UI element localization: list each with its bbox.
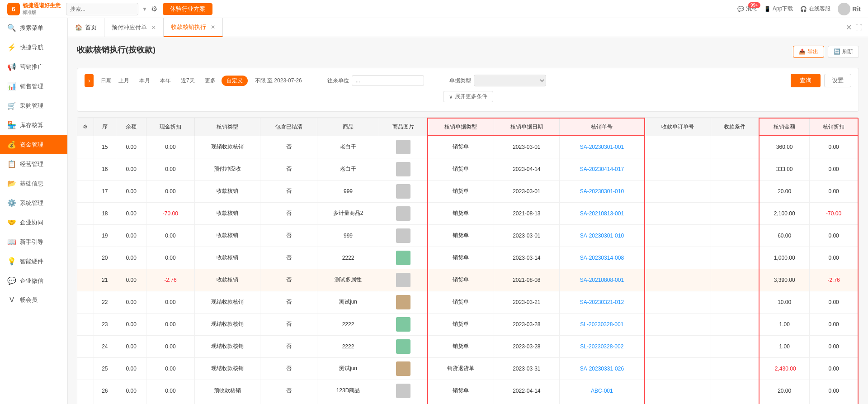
td-cancel-type: 收款核销 (194, 269, 260, 291)
td-cancel-discount: 0.00 (810, 335, 858, 357)
sidebar-item-6[interactable]: 💰资金管理 (0, 135, 67, 154)
sidebar-item-0[interactable]: 🔍搜索菜单 (0, 18, 67, 38)
service-icon: 🎧 (800, 6, 807, 12)
td-goods-img (379, 313, 427, 335)
top-bar: 6 畅捷通谱好生意 标准版 ▼ ⚙ 休验行业方案 💬 消息 99+ 📱 App下… (0, 0, 868, 18)
td-cancel-amount: 10.00 (759, 291, 810, 313)
td-include-settled: 否 (260, 380, 317, 402)
industry-button[interactable]: 休验行业方案 (163, 3, 212, 15)
td-goods: 多计量商品2 (317, 202, 379, 224)
cancel-doc-no-link[interactable]: SA-20230321-012 (580, 299, 624, 305)
date-btn-more[interactable]: 更多 (201, 76, 220, 86)
date-btn-last-month[interactable]: 上月 (114, 76, 133, 86)
td-seq: 25 (94, 357, 116, 380)
date-btn-7days[interactable]: 近7天 (177, 76, 199, 86)
td-cancel-doc-date: 2021-08-13 (494, 202, 560, 224)
tab-close-all-icon[interactable]: ✕ (846, 23, 852, 32)
goods-thumbnail (396, 339, 410, 354)
td-cancel-discount: 0.00 (810, 180, 858, 202)
cancel-doc-no-link[interactable]: SA-20210813-001 (580, 210, 624, 217)
tab-expand-icon[interactable]: ⛶ (855, 24, 863, 32)
tab-receipt-cancel-close-icon[interactable]: ✕ (211, 24, 215, 30)
cancel-doc-no-link[interactable]: SL-20230328-002 (580, 343, 623, 350)
cancel-doc-no-link[interactable]: SA-20230301-010 (580, 233, 624, 239)
td-cancel-doc-type: 销货单 (428, 313, 494, 335)
th-include-settled: 包含已结清 (260, 118, 317, 136)
tab-prepay-label: 预付冲应付单 (112, 24, 147, 32)
filter-collapse-button[interactable]: › (85, 74, 94, 87)
table-row: 23 0.00 0.00 现结收款核销 否 2222 销货单 2023-03-2… (77, 313, 858, 335)
tab-prepay-close-icon[interactable]: ✕ (151, 24, 156, 31)
td-cancel-discount: 0.00 (810, 224, 858, 247)
sidebar-item-11[interactable]: 📖新手引导 (0, 232, 67, 252)
online-service-button[interactable]: 🎧 在线客服 (800, 5, 830, 13)
th-cancel-type: 核销类型 (194, 118, 260, 136)
sidebar-item-10[interactable]: 🤝企业协同 (0, 213, 67, 232)
goods-thumbnail (396, 162, 410, 176)
expand-more-conditions-button[interactable]: ∨ 展开更多条件 (443, 91, 493, 102)
sidebar-item-2[interactable]: 📢营销推广 (0, 57, 67, 76)
td-cancel-doc-type: 销货单 (428, 291, 494, 313)
app-download-button[interactable]: 📱 App下载 (764, 5, 793, 13)
sidebar-item-13[interactable]: 💬企业微信 (0, 271, 67, 290)
cancel-doc-no-link[interactable]: SA-20230314-008 (580, 255, 624, 261)
settings-button[interactable]: 设置 (824, 74, 851, 87)
td-receipt-condition (711, 357, 759, 380)
expand-icon: ∨ (449, 94, 453, 100)
top-search-input[interactable] (66, 3, 138, 15)
gear-icon[interactable]: ⚙ (83, 124, 88, 130)
sidebar-item-8[interactable]: 📂基础信息 (0, 174, 67, 193)
dropdown-arrow-icon[interactable]: ▼ (142, 6, 147, 12)
doctype-select[interactable] (474, 75, 546, 86)
sidebar-item-3[interactable]: 📊销售管理 (0, 76, 67, 96)
td-goods: 测试jun (317, 357, 379, 380)
td-balance: 0.00 (116, 269, 146, 291)
sidebar-item-14[interactable]: V畅会员 (0, 290, 67, 309)
tab-prepay[interactable]: 预付冲应付单 ✕ (104, 18, 164, 37)
sidebar-item-7[interactable]: 📋经营管理 (0, 154, 67, 174)
counterpart-input[interactable] (352, 75, 424, 86)
td-cancel-discount: 0.00 (810, 158, 858, 180)
query-button[interactable]: 查询 (791, 74, 821, 87)
sidebar-label-2: 营销推广 (20, 63, 43, 71)
cancel-doc-no-link[interactable]: SA-20230414-017 (580, 166, 624, 172)
user-area[interactable]: Rit (838, 3, 861, 15)
cancel-doc-no-link[interactable]: ABC-001 (591, 388, 613, 394)
sidebar-icon-4: 🛒 (7, 101, 16, 110)
cancel-doc-no-link[interactable]: SA-20230331-026 (580, 366, 624, 372)
sidebar-label-9: 系统管理 (20, 199, 43, 207)
td-goods: 老白干 (317, 158, 379, 180)
td-cash-discount: 0.00 (146, 224, 194, 247)
sidebar-item-4[interactable]: 🛒采购管理 (0, 96, 67, 115)
date-range-display: 不限 至 2023-07-26 (255, 77, 302, 85)
cancel-doc-no-link[interactable]: SA-20210808-001 (580, 277, 624, 283)
sidebar-item-5[interactable]: 🏪库存核算 (0, 115, 67, 135)
sidebar-item-1[interactable]: ⚡快捷导航 (0, 38, 67, 57)
sidebar-icon-9: ⚙️ (7, 199, 16, 207)
sidebar-item-9[interactable]: ⚙️系统管理 (0, 193, 67, 213)
sidebar-item-12[interactable]: 💡智能硬件 (0, 252, 67, 271)
app-title: 畅捷通谱好生意 (23, 2, 61, 10)
cancel-doc-no-link[interactable]: SA-20230301-010 (580, 188, 624, 195)
td-gear (77, 335, 94, 357)
settings-gear-icon[interactable]: ⚙ (151, 5, 157, 13)
date-btn-this-year[interactable]: 本年 (156, 76, 175, 86)
refresh-button[interactable]: 🔄 刷新 (828, 46, 859, 58)
date-btn-this-month[interactable]: 本月 (135, 76, 154, 86)
tab-receipt-cancel[interactable]: 收款核销执行 ✕ (164, 18, 223, 37)
tab-home[interactable]: 🏠 首页 (68, 18, 104, 37)
td-receipt-condition (711, 202, 759, 224)
td-include-settled: 否 (260, 247, 317, 269)
td-cancel-doc-type: 销货单 (428, 136, 494, 158)
cancel-doc-no-link[interactable]: SA-20230301-001 (580, 144, 624, 150)
td-cancel-doc-type: 销货退货单 (428, 357, 494, 380)
message-button[interactable]: 💬 消息 99+ (737, 5, 757, 13)
filter-area: › 日期 上月 本月 本年 近7天 更多 自定义 不限 至 202 (77, 68, 859, 112)
td-cancel-doc-date: 2023-03-01 (494, 180, 560, 202)
date-btn-custom[interactable]: 自定义 (222, 76, 248, 86)
expand-label: 展开更多条件 (455, 93, 487, 100)
td-cancel-doc-no: SA-20230331-026 (560, 357, 645, 380)
cancel-doc-no-link[interactable]: SL-20230328-001 (580, 321, 623, 328)
export-button[interactable]: 📤 导出 (793, 46, 824, 58)
logo-icon: 6 (7, 3, 20, 15)
